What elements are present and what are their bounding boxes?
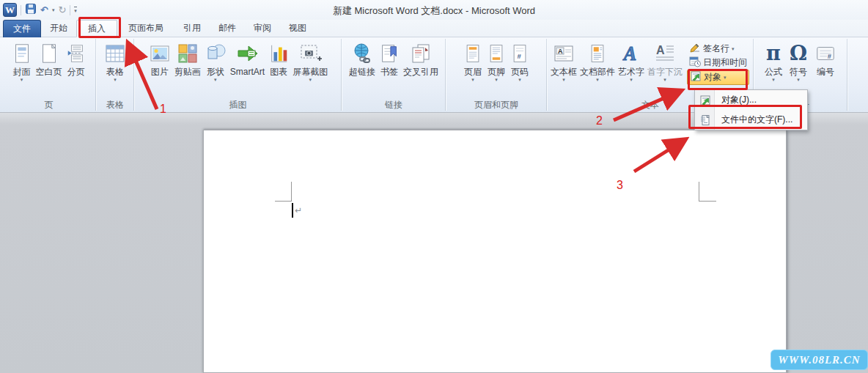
picture-icon	[148, 40, 172, 67]
quick-parts-icon	[587, 40, 608, 67]
clip-art-button[interactable]: 剪贴画	[173, 40, 202, 78]
header-button[interactable]: 页眉 ▾	[461, 40, 485, 84]
screenshot-button[interactable]: 屏幕截图 ▾	[291, 40, 329, 84]
step-1-label: 1	[160, 103, 166, 116]
title-bar: W ↶ ▾ ↻ ▾ 新建 Microsoft Word 文档.docx - Mi…	[0, 0, 868, 20]
step-2-label: 2	[596, 114, 603, 128]
cover-page-icon	[11, 40, 33, 67]
object-icon	[695, 95, 715, 106]
shapes-button[interactable]: 形状 ▾	[202, 40, 229, 84]
text-file-icon	[695, 114, 715, 126]
text-cursor	[292, 203, 293, 218]
chevron-down-icon: ▾	[309, 77, 312, 83]
page-number-icon: #	[510, 40, 530, 67]
chevron-down-icon: ▾	[596, 77, 599, 83]
wordart-icon: A	[620, 40, 642, 67]
chevron-down-icon: ▾	[495, 77, 498, 83]
chevron-down-icon: ▾	[772, 77, 775, 83]
chart-icon	[268, 40, 290, 67]
group-tables: 表格 ▾ 表格	[97, 37, 133, 112]
tab-mailings[interactable]: 邮件	[210, 20, 245, 37]
footer-icon	[486, 40, 507, 67]
table-button[interactable]: 表格 ▾	[102, 40, 128, 84]
chart-button[interactable]: 图表	[266, 40, 291, 78]
group-label: 页	[2, 100, 95, 112]
group-illustrations: 图片 剪贴画 形状 ▾	[135, 37, 341, 112]
cover-page-button[interactable]: 封面 ▾	[10, 40, 34, 84]
group-pages: 封面 ▾ 空白页 分页 页	[2, 37, 95, 112]
svg-text:A: A	[656, 44, 665, 56]
watermark: WWW.08LR.CN	[770, 350, 868, 370]
group-links: 超链接 书签 交叉引用 链接	[342, 37, 445, 112]
object-button[interactable]: 对象 ▾	[687, 70, 749, 85]
bookmark-icon	[378, 40, 400, 67]
tab-home[interactable]: 开始	[41, 20, 76, 37]
menu-item-object[interactable]: 对象(J)...	[695, 90, 807, 110]
text-box-button[interactable]: A 文本框 ▾	[549, 40, 578, 84]
chevron-down-icon: ▾	[724, 75, 727, 81]
omega-symbol-icon: Ω	[790, 40, 807, 67]
blank-page-icon	[38, 40, 60, 67]
page-number-button[interactable]: # 页码 ▾	[508, 40, 532, 84]
group-separator	[847, 39, 848, 111]
chevron-down-icon: ▾	[562, 77, 565, 83]
chevron-down-icon: ▾	[630, 77, 633, 83]
tab-insert[interactable]: 插入	[76, 20, 117, 37]
tab-file[interactable]: 文件	[3, 20, 41, 37]
svg-text:#: #	[518, 52, 522, 60]
smartart-button[interactable]: SmartArt	[229, 40, 266, 78]
wordart-button[interactable]: A 艺术字 ▾	[617, 40, 646, 84]
group-label: 链接	[342, 100, 445, 112]
chevron-down-icon: ▾	[471, 77, 474, 83]
chevron-down-icon: ▾	[21, 77, 23, 83]
picture-button[interactable]: 图片	[147, 40, 173, 78]
window-title: 新建 Microsoft Word 文档.docx - Microsoft Wo…	[0, 4, 868, 18]
svg-text:A: A	[622, 43, 637, 64]
cross-reference-icon	[409, 40, 433, 67]
tab-view[interactable]: 视图	[280, 20, 315, 37]
chevron-down-icon: ▾	[114, 77, 117, 83]
group-label: 页眉和页脚	[446, 100, 546, 112]
chevron-down-icon: ▾	[663, 77, 666, 83]
number-button[interactable]: # 编号	[813, 40, 838, 78]
menu-item-text-from-file[interactable]: 文件中的文字(F)...	[695, 110, 807, 130]
margin-mark-top-left	[275, 182, 292, 202]
step-3-label: 3	[617, 179, 623, 192]
chevron-down-icon: ▾	[797, 77, 800, 83]
group-label: 表格	[97, 100, 133, 112]
document-page[interactable]: ↵	[203, 130, 787, 373]
symbol-button[interactable]: Ω 符号 ▾	[788, 40, 809, 84]
chevron-down-icon: ▾	[214, 77, 217, 83]
screenshot-icon	[298, 40, 322, 67]
svg-text:#: #	[828, 53, 832, 60]
shapes-icon	[204, 40, 227, 67]
signature-line-button[interactable]: 签名行 ▾	[687, 42, 749, 56]
tab-references[interactable]: 引用	[174, 20, 210, 37]
number-icon: #	[814, 40, 836, 67]
paragraph-mark: ↵	[295, 205, 302, 215]
tab-page-layout[interactable]: 页面布局	[117, 20, 174, 37]
document-workspace: ↵	[0, 113, 868, 373]
tab-review[interactable]: 审阅	[245, 20, 280, 37]
ribbon-tab-bar: 文件 开始 插入 页面布局 引用 邮件 审阅 视图	[0, 20, 868, 37]
blank-page-button[interactable]: 空白页	[34, 40, 64, 78]
hyperlink-button[interactable]: 超链接	[347, 40, 377, 78]
text-box-icon: A	[552, 40, 575, 67]
header-icon	[463, 40, 483, 67]
table-icon	[103, 40, 127, 67]
quick-parts-button[interactable]: 文档部件 ▾	[578, 40, 617, 84]
drop-cap-button[interactable]: A 首字下沉 ▾	[646, 40, 684, 84]
smartart-icon	[235, 40, 260, 67]
object-dropdown-menu: 对象(J)... 文件中的文字(F)...	[694, 89, 808, 130]
cross-reference-button[interactable]: 交叉引用	[402, 40, 440, 78]
equation-button[interactable]: π 公式 ▾	[763, 40, 784, 84]
bookmark-button[interactable]: 书签	[377, 40, 402, 78]
chevron-down-icon: ▾	[518, 77, 521, 83]
page-break-icon	[65, 40, 87, 67]
page-break-button[interactable]: 分页	[64, 40, 89, 78]
signature-line-icon	[689, 42, 701, 56]
margin-mark-top-right	[699, 182, 716, 202]
date-time-button[interactable]: 日期和时间	[687, 56, 749, 70]
word-window: W ↶ ▾ ↻ ▾ 新建 Microsoft Word 文档.docx - Mi…	[0, 0, 868, 373]
footer-button[interactable]: 页脚 ▾	[485, 40, 508, 84]
